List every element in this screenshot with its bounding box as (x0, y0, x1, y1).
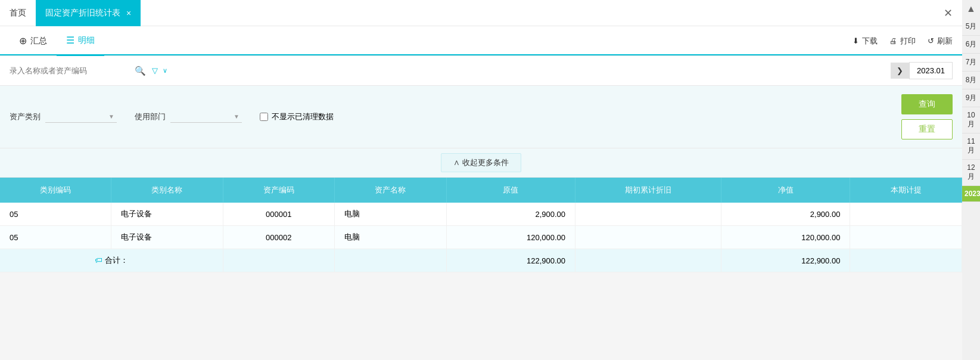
no-cleared-data-filter: 不显示已清理数据 (260, 111, 334, 122)
more-conditions-button[interactable]: ▽ ∨ (152, 66, 167, 75)
sidebar-nav-up[interactable]: ▲ (963, 0, 979, 18)
refresh-label: 刷新 (937, 36, 953, 46)
active-tab[interactable]: 固定资产折旧统计表 × (36, 0, 141, 26)
total-net-value: 122,900.00 (721, 249, 850, 272)
reset-button[interactable]: 重置 (901, 119, 953, 139)
col-header-category-name: 类别名称 (111, 178, 223, 203)
cell-category-name: 电子设备 (111, 226, 223, 249)
cell-original-value: 120,000.00 (446, 226, 575, 249)
asset-category-filter: 资产类别 (10, 111, 117, 123)
sidebar-month-item[interactable]: 9月 (962, 89, 980, 107)
filter-row: 资产类别 使用部门 不显示已清理数据 查询 重置 (0, 86, 962, 148)
collapse-bar: ∧ 收起更多条件 (0, 148, 962, 178)
use-department-label: 使用部门 (135, 111, 166, 122)
sidebar-month-item[interactable]: 5月 (962, 18, 980, 36)
use-department-select[interactable] (170, 111, 242, 123)
search-icon[interactable]: 🔍 (135, 66, 146, 76)
filter-icon: ▽ (152, 66, 158, 75)
col-header-category-code: 类别编码 (0, 178, 111, 203)
sidebar-month-item[interactable]: 6月 (962, 36, 980, 54)
print-button[interactable]: 🖨 打印 (889, 36, 916, 46)
total-label: 🏷合计： (0, 249, 223, 272)
data-table-container: 类别编码 类别名称 资产编码 资产名称 原值 期初累计折旧 净值 本期计提 05… (0, 178, 962, 272)
asset-category-label: 资产类别 (10, 111, 41, 122)
no-cleared-data-checkbox[interactable] (260, 113, 268, 121)
tab-title: 固定资产折旧统计表 (45, 8, 120, 18)
cell-current-dep (850, 226, 962, 249)
cell-current-dep (850, 203, 962, 226)
summary-icon: ⊕ (19, 35, 27, 46)
cell-category-code: 05 (0, 203, 111, 226)
cell-asset-code: 000001 (223, 203, 335, 226)
total-accumulated-dep (575, 249, 721, 272)
cell-category-code: 05 (0, 226, 111, 249)
cell-asset-name: 电脑 (335, 226, 447, 249)
collapse-button[interactable]: ∧ 收起更多条件 (441, 153, 521, 172)
download-label: 下载 (862, 36, 878, 46)
cell-asset-name: 电脑 (335, 203, 447, 226)
tab-detail-label: 明细 (78, 35, 95, 46)
search-input[interactable] (10, 66, 129, 75)
table-row: 05 电子设备 000002 电脑 120,000.00 120,000.00 (0, 226, 962, 249)
date-nav-prev[interactable]: ❯ (891, 63, 909, 79)
cell-original-value: 2,900.00 (446, 203, 575, 226)
sidebar-month-item[interactable]: 10月 (962, 107, 980, 134)
toolbar-right: ⬇ 下载 🖨 打印 ↺ 刷新 (853, 36, 953, 46)
download-button[interactable]: ⬇ 下载 (853, 36, 878, 46)
col-header-original-value: 原值 (446, 178, 575, 203)
sidebar-month-item[interactable]: 12月 (962, 160, 980, 186)
col-header-accumulated-dep: 期初累计折旧 (575, 178, 721, 203)
sub-tabs-container: ⊕ 汇总 ☰ 明细 ⬇ 下载 🖨 打印 ↺ 刷新 (0, 26, 962, 56)
total-current-dep (850, 249, 962, 272)
search-bar: 🔍 ▽ ∨ ❯ 2023.01 (0, 56, 962, 86)
total-original-value: 122,900.00 (446, 249, 575, 272)
tab-summary[interactable]: ⊕ 汇总 (10, 26, 57, 56)
right-sidebar: ▲ 5月6月7月8月9月10月11月12月 2023 (962, 0, 980, 360)
refresh-button[interactable]: ↺ 刷新 (928, 36, 953, 46)
col-header-asset-name: 资产名称 (335, 178, 447, 203)
query-button[interactable]: 查询 (901, 94, 953, 114)
data-table: 类别编码 类别名称 资产编码 资产名称 原值 期初累计折旧 净值 本期计提 05… (0, 178, 962, 272)
filter-buttons: 查询 重置 (901, 94, 953, 139)
detail-icon: ☰ (66, 35, 74, 46)
no-cleared-data-label: 不显示已清理数据 (272, 111, 334, 122)
print-icon: 🖨 (889, 36, 897, 45)
expand-arrow-icon: ∨ (163, 67, 167, 75)
date-display: 2023.01 (909, 62, 953, 79)
sidebar-month-item[interactable]: 8月 (962, 72, 980, 89)
cell-asset-code: 000002 (223, 226, 335, 249)
refresh-icon: ↺ (928, 36, 934, 45)
cell-accumulated-dep (575, 226, 721, 249)
sidebar-month-item[interactable]: 7月 (962, 54, 980, 72)
tab-summary-label: 汇总 (30, 36, 47, 46)
date-nav: ❯ 2023.01 (891, 62, 953, 79)
home-tab[interactable]: 首页 (10, 8, 36, 18)
col-header-net-value: 净值 (721, 178, 850, 203)
col-header-asset-code: 资产编码 (223, 178, 335, 203)
cell-accumulated-dep (575, 203, 721, 226)
tab-detail[interactable]: ☰ 明细 (57, 26, 104, 56)
col-header-current-dep: 本期计提 (850, 178, 962, 203)
table-row: 05 电子设备 000001 电脑 2,900.00 2,900.00 (0, 203, 962, 226)
cell-net-value: 2,900.00 (721, 203, 850, 226)
use-department-filter: 使用部门 (135, 111, 242, 123)
cell-category-name: 电子设备 (111, 203, 223, 226)
sidebar-month-item[interactable]: 11月 (962, 134, 980, 160)
table-total-row: 🏷合计： 122,900.00 122,900.00 (0, 249, 962, 272)
year-indicator[interactable]: 2023 (962, 186, 980, 202)
download-icon: ⬇ (853, 36, 859, 45)
tab-close-icon[interactable]: × (126, 8, 131, 18)
table-header-row: 类别编码 类别名称 资产编码 资产名称 原值 期初累计折旧 净值 本期计提 (0, 178, 962, 203)
window-close-button[interactable]: ✕ (944, 7, 953, 20)
print-label: 打印 (900, 36, 916, 46)
asset-category-select[interactable] (45, 111, 117, 123)
cell-net-value: 120,000.00 (721, 226, 850, 249)
